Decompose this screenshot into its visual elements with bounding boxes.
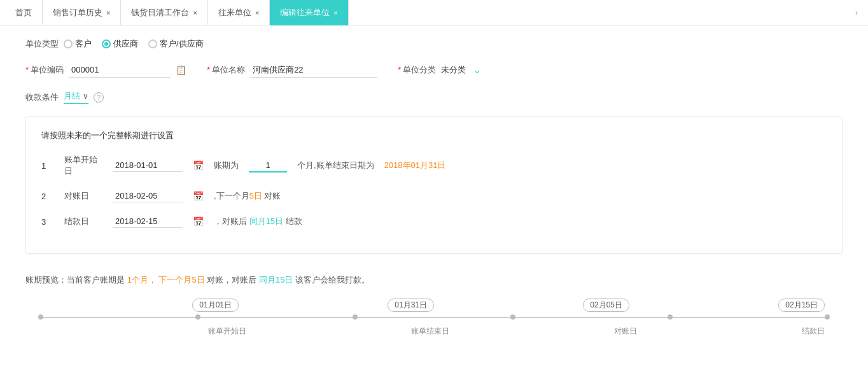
tl-desc-3: 对账日 [614, 326, 637, 337]
tab-partner-close[interactable]: × [255, 9, 259, 17]
row-3-number: 3 [41, 217, 54, 227]
row-2-calendar-icon[interactable]: 📅 [193, 191, 204, 201]
tab-home-label: 首页 [15, 7, 32, 18]
payment-condition-label: 收款条件 [25, 92, 59, 103]
row-3-date-input[interactable] [113, 215, 183, 228]
unit-category-value: 未分类 [441, 64, 466, 76]
tl-line-3 [358, 317, 510, 318]
row-1-end-date: 2018年01月31日 [384, 160, 446, 171]
unit-info-row: 单位编码 📋 单位名称 单位分类 未分类 ⌄ [25, 62, 843, 78]
tab-edit-partner-close[interactable]: × [333, 9, 337, 17]
period-input[interactable] [249, 159, 287, 172]
setting-row-1: 1 账单开始日 📅 账期为 个月,账单结束日期为 2018年01月31日 [41, 154, 827, 177]
tl-left-dot [38, 314, 43, 320]
unit-category-dropdown-icon[interactable]: ⌄ [473, 65, 481, 75]
radio-supplier-circle [102, 39, 111, 48]
tl-dot-4 [668, 314, 673, 320]
row-2-desc: ,下一个月5日 对账 [214, 190, 281, 202]
timeline-bottom-row: 账单开始日 账单结束日 对账日 结款日 [38, 322, 830, 337]
preview-middle: 对账，对账后 [207, 275, 256, 285]
radio-both-circle [148, 39, 157, 48]
tl-node-4: 02月15日 [778, 299, 825, 312]
timeline-outer: 01月01日 01月31日 02月05日 02月15日 [38, 299, 830, 337]
radio-supplier[interactable]: 供应商 [102, 38, 138, 50]
tl-desc-4: 结款日 [802, 326, 825, 337]
unit-category-group: 单位分类 未分类 ⌄ [398, 64, 481, 76]
tl-pill-1: 01月01日 [192, 299, 239, 312]
row-1-suffix-after: 个月,账单结束日期为 [297, 160, 374, 171]
box-title: 请按照未来的一个完整帐期进行设置 [41, 130, 827, 141]
setting-row-3: 3 结款日 📅 ，对账后 同月15日 结款 [41, 215, 827, 228]
row-2-date-input[interactable] [113, 190, 183, 202]
radio-both[interactable]: 客户/供应商 [148, 38, 204, 50]
tl-pill-3: 02月05日 [583, 299, 629, 312]
tabs-bar: 首页 销售订单历史 × 钱货日清工作台 × 往来单位 × 编辑往来单位 × › [0, 0, 868, 25]
payment-condition-row: 收款条件 月结 ∨ ? [25, 90, 843, 104]
unit-category-label: 单位分类 [398, 64, 436, 76]
tl-pill-4: 02月15日 [778, 299, 825, 312]
unit-type-radio-group: 客户 供应商 客户/供应商 [64, 38, 204, 50]
tl-bl-node-3: 对账日 [614, 322, 637, 337]
tl-node-1: 01月01日 [192, 299, 239, 312]
tl-dot-3 [510, 314, 515, 320]
radio-customer-circle [64, 39, 73, 48]
timeline-line-row [38, 314, 830, 320]
payment-condition-help-icon[interactable]: ? [94, 92, 104, 102]
tab-cash-work-label: 钱货日清工作台 [131, 7, 189, 18]
tl-bl-node-4: 结款日 [802, 322, 825, 337]
radio-customer[interactable]: 客户 [64, 38, 92, 50]
row-3-label: 结款日 [64, 216, 102, 227]
timeline-section: 01月01日 01月31日 02月05日 02月15日 [25, 299, 843, 337]
row-2-number: 2 [41, 192, 54, 201]
row-1-label: 账单开始日 [64, 154, 102, 177]
unit-type-row: 单位类型 客户 供应商 客户/供应商 [25, 38, 843, 50]
tl-node-3: 02月05日 [583, 299, 629, 312]
tl-line-5 [673, 317, 825, 318]
preview-period: 1个月， [127, 275, 157, 285]
tab-sales-history[interactable]: 销售订单历史 × [43, 0, 121, 25]
row-3-calendar-icon[interactable]: 📅 [193, 216, 204, 227]
tab-home[interactable]: 首页 [5, 0, 43, 25]
unit-code-input[interactable] [69, 62, 171, 78]
unit-code-label: 单位编码 [25, 64, 64, 76]
tl-line-1 [43, 317, 195, 318]
tab-cash-work-close[interactable]: × [193, 9, 197, 17]
payment-condition-select[interactable]: 月结 ∨ [64, 90, 88, 104]
unit-type-label: 单位类型 [25, 38, 59, 50]
tl-node-2: 01月31日 [388, 299, 434, 312]
row-3-desc: ，对账后 同月15日 结款 [214, 216, 302, 227]
tab-sales-history-close[interactable]: × [106, 9, 110, 17]
row-2-label: 对账日 [64, 190, 102, 202]
main-content: 单位类型 客户 供应商 客户/供应商 单位编码 📋 [0, 25, 868, 387]
tl-desc-2: 账单结束日 [411, 326, 449, 337]
radio-customer-label: 客户 [75, 38, 92, 50]
timeline-top-row: 01月01日 01月31日 02月05日 02月15日 [38, 299, 830, 312]
tab-edit-partner[interactable]: 编辑往来单位 × [270, 0, 348, 25]
unit-type-group: 单位类型 客户 供应商 客户/供应商 [25, 38, 204, 50]
row-1-calendar-icon[interactable]: 📅 [193, 160, 204, 171]
tl-pill-2: 01月31日 [388, 299, 434, 312]
unit-code-calendar-icon[interactable]: 📋 [176, 65, 186, 75]
radio-supplier-label: 供应商 [113, 38, 138, 50]
preview-section: 账期预览：当前客户账期是 1个月， 下一个月5日 对账，对账后 同月15日 该客… [25, 264, 843, 286]
preview-suffix: 该客户会给我打款。 [295, 275, 370, 285]
payment-condition-group: 收款条件 月结 ∨ ? [25, 90, 104, 104]
payment-condition-arrow: ∨ [83, 92, 88, 101]
preview-reconcile: 下一个月5日 [158, 275, 204, 285]
row-1-date-input[interactable] [113, 159, 183, 172]
tab-edit-partner-label: 编辑往来单位 [280, 7, 330, 18]
tab-cash-work[interactable]: 钱货日清工作台 × [121, 0, 207, 25]
tabs-more-arrow[interactable]: › [850, 8, 863, 17]
tl-line-2 [200, 317, 353, 318]
row-1-number: 1 [41, 161, 54, 171]
tab-sales-history-label: 销售订单历史 [53, 7, 102, 18]
tl-bl-node-1: 账单开始日 [208, 322, 246, 337]
tl-bl-node-2: 账单结束日 [411, 322, 449, 337]
unit-name-input[interactable] [250, 62, 377, 78]
tab-partner[interactable]: 往来单位 × [208, 0, 270, 25]
tab-partner-label: 往来单位 [218, 7, 251, 18]
setting-row-2: 2 对账日 📅 ,下一个月5日 对账 [41, 190, 827, 202]
settings-box: 请按照未来的一个完整帐期进行设置 1 账单开始日 📅 账期为 个月,账单结束日期… [25, 116, 843, 254]
tl-dot-2 [353, 314, 358, 320]
tl-line-4 [515, 317, 668, 318]
